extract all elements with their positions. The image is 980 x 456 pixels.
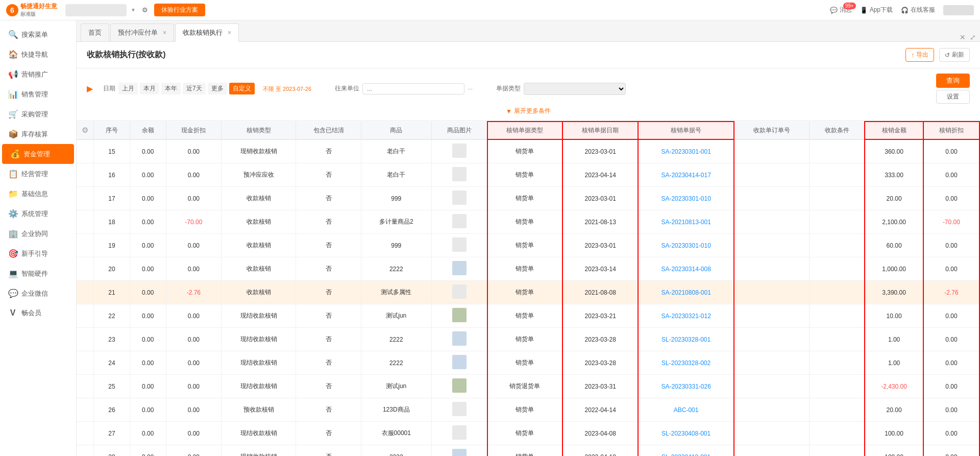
writeoff-bill-no-link[interactable]: SA-20230414-017 [661, 172, 710, 179]
online-service-label: 在线客服 [911, 6, 935, 14]
writeoff-bill-no-link[interactable]: SA-20230301-010 [661, 242, 710, 249]
bill-type-select[interactable] [524, 83, 626, 95]
td-write-off-type: 现销收款核销 [222, 445, 296, 457]
tab-prepay-close[interactable]: × [163, 29, 166, 36]
td-writeoff-amount: 2,100.00 [865, 210, 923, 234]
th-write-off-type: 核销类型 [222, 122, 296, 139]
writeoff-bill-no-link[interactable]: SA-20230314-008 [661, 266, 710, 273]
td-cash-discount: 0.00 [166, 422, 222, 445]
sidebar-item-system[interactable]: ⚙️ 系统管理 [0, 204, 76, 224]
sidebar-item-operation[interactable]: 📋 经营管理 [0, 164, 76, 184]
query-button[interactable]: 查询 [936, 74, 970, 88]
td-writeoff-bill-date: 2022-04-14 [562, 398, 638, 422]
writeoff-bill-no-link[interactable]: SL-20230328-001 [662, 336, 710, 343]
writeoff-bill-no-link[interactable]: ABC-001 [674, 406, 699, 414]
industry-btn[interactable]: 休验行业方案 [154, 4, 205, 16]
filter-row: ▶ 日期 上月 本月 本年 近7天 更多 自定义 不限 至 202 [87, 74, 970, 104]
marketing-icon: 📢 [8, 69, 17, 79]
sidebar-item-guide[interactable]: 🎯 新手引导 [0, 244, 76, 263]
online-service-area[interactable]: 🎧 在线客服 [901, 6, 935, 14]
main-content: 首页 预付冲应付单 × 收款核销执行 × ✕ ⤢ 收款核销执行(按收款) [77, 20, 980, 456]
tab-collect-close[interactable]: × [228, 29, 231, 36]
writeoff-bill-no-link[interactable]: SA-20230301-001 [661, 148, 710, 155]
counterpart-input[interactable] [362, 83, 464, 94]
writeoff-bill-no-link[interactable]: SA-20230321-012 [661, 313, 710, 320]
date-btn-more[interactable]: 更多 [208, 83, 227, 94]
sidebar-item-wechat[interactable]: 💬 企业微信 [0, 283, 76, 303]
message-area[interactable]: 💬 消息 99+ [830, 6, 852, 14]
tab-home-label: 首页 [88, 28, 102, 37]
writeoff-bill-no-link[interactable]: SA-20210808-001 [661, 289, 710, 296]
table-row: 20 0.00 0.00 收款核销 否 2222 销货单 2023-03-14 … [77, 257, 979, 281]
sidebar-item-hardware[interactable]: 💻 智能硬件 [0, 263, 76, 283]
td-gear [77, 210, 94, 234]
sidebar-item-marketing[interactable]: 📢 营销推广 [0, 64, 76, 84]
td-writeoff-discount: -70.00 [923, 210, 979, 234]
writeoff-bill-no-link[interactable]: SL-20230328-002 [662, 359, 710, 367]
tab-prepay[interactable]: 预付冲应付单 × [110, 23, 174, 41]
date-btn-this-month[interactable]: 本月 [140, 83, 159, 94]
td-write-off-type: 预冲应应收 [222, 163, 296, 187]
sidebar-item-basic[interactable]: 📁 基础信息 [0, 184, 76, 204]
writeoff-bill-no-link[interactable]: SA-20230331-026 [661, 383, 710, 390]
date-btn-this-year[interactable]: 本年 [161, 83, 181, 94]
tab-expand-icon[interactable]: ⤢ [970, 33, 976, 41]
refresh-label: 刷新 [952, 51, 964, 59]
td-write-off-type: 现销收款核销 [222, 139, 296, 163]
sidebar-item-sales[interactable]: 📊 销售管理 [0, 84, 76, 104]
sidebar-item-member[interactable]: V 畅会员 [0, 303, 76, 323]
td-gear [77, 398, 94, 422]
th-balance: 余额 [130, 122, 166, 139]
table-container[interactable]: ⚙ 序号 余额 现金折扣 核销类型 包含已结清 商品 商品图片 核销单据类型 核… [77, 121, 980, 456]
enterprise-icon: 🏢 [8, 229, 17, 238]
filter-collapse-arrow[interactable]: ▶ [87, 84, 93, 93]
sidebar-item-quick[interactable]: 🏠 快捷导航 [0, 44, 76, 64]
td-writeoff-bill-type: 销货单 [487, 328, 563, 351]
td-cash-discount: 0.00 [166, 351, 222, 375]
sidebar-item-search[interactable]: 🔍 搜索菜单 [0, 25, 76, 44]
td-goods-img [431, 304, 487, 328]
td-collect-condition [809, 304, 865, 328]
writeoff-bill-no-link[interactable]: SA-20210813-001 [661, 219, 710, 226]
td-collect-condition [809, 210, 865, 234]
td-writeoff-bill-no: SL-20230418-001 [638, 445, 734, 457]
td-writeoff-bill-type: 销货单 [487, 163, 563, 187]
td-writeoff-amount: 10.00 [865, 304, 923, 328]
th-no: 序号 [94, 122, 130, 139]
td-include-settled: 否 [296, 234, 361, 257]
writeoff-bill-no-link[interactable]: SA-20230301-010 [661, 195, 710, 202]
sidebar-item-purchase[interactable]: 🛒 采购管理 [0, 104, 76, 124]
settings-icon[interactable]: ⚙ [140, 5, 150, 15]
td-collect-condition [809, 328, 865, 351]
operation-icon: 📋 [8, 169, 17, 179]
td-writeoff-amount: 3,390.00 [865, 281, 923, 304]
refresh-button[interactable]: ↺ 刷新 [939, 48, 970, 62]
setting-button[interactable]: 设置 [936, 90, 970, 104]
td-balance: 0.00 [130, 281, 166, 304]
tab-home[interactable]: 首页 [81, 23, 109, 41]
sidebar-item-label: 采购管理 [21, 110, 48, 119]
sidebar-item-finance[interactable]: 💰 资金管理 [2, 144, 74, 164]
date-btn-7days[interactable]: 近7天 [183, 83, 206, 94]
expand-more-btn[interactable]: ▼ 展开更多条件 [506, 107, 551, 115]
company-name [65, 4, 127, 16]
td-writeoff-bill-no: SL-20230328-002 [638, 351, 734, 375]
company-dropdown-arrow[interactable]: ▼ [131, 7, 136, 13]
writeoff-bill-no-link[interactable]: SL-20230408-001 [662, 430, 710, 437]
column-settings-icon[interactable]: ⚙ [82, 126, 88, 134]
writeoff-bill-no-link[interactable]: SL-20230418-001 [662, 453, 710, 457]
td-writeoff-amount: 1.00 [865, 328, 923, 351]
date-btn-custom[interactable]: 自定义 [229, 83, 255, 94]
sidebar-item-enterprise[interactable]: 🏢 企业协同 [0, 224, 76, 244]
app-download-area[interactable]: 📱 App下载 [860, 6, 893, 14]
tab-collect[interactable]: 收款核销执行 × [175, 23, 239, 42]
sidebar-item-inventory[interactable]: 📦 库存核算 [0, 124, 76, 144]
sidebar-item-label: 搜索菜单 [21, 30, 48, 39]
date-btn-last-month[interactable]: 上月 [118, 83, 138, 94]
td-collect-order-no [734, 375, 809, 398]
tab-close-all-icon[interactable]: ✕ [960, 33, 966, 41]
td-write-off-type: 预收款核销 [222, 398, 296, 422]
top-bar: 6 畅捷通好生意 标准版 ▼ ⚙ 休验行业方案 💬 消息 99+ 📱 App下载… [0, 0, 980, 20]
td-no: 26 [94, 398, 130, 422]
export-button[interactable]: ↑ 导出 [905, 48, 934, 62]
